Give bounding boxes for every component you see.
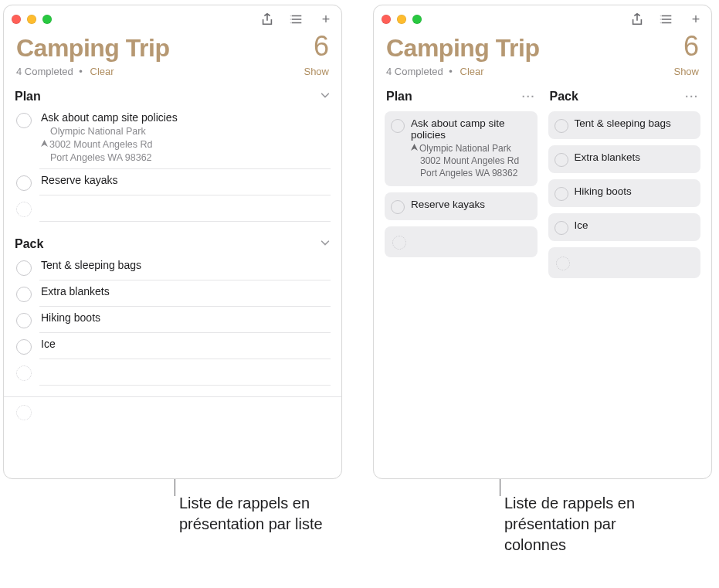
complete-toggle-icon[interactable] [16, 339, 32, 355]
minimize-window-button[interactable] [397, 15, 406, 24]
column-header-pack[interactable]: Pack ··· [548, 87, 701, 105]
add-reminder-icon[interactable] [16, 365, 32, 381]
column-header-plan[interactable]: Plan ··· [385, 87, 538, 105]
column-plan: Plan ··· Ask about camp site policies Ol… [385, 87, 538, 278]
section-name: Plan [15, 90, 41, 104]
reminder-subtext: Olympic National Park 3002 Mount Angeles… [41, 125, 178, 165]
window-controls [12, 15, 52, 24]
reminder-title: Extra blankets [41, 285, 110, 297]
callout-left: Liste de rappels en présentation par lis… [179, 493, 334, 535]
dot-separator: • [449, 66, 453, 77]
reminder-card[interactable]: Tent & sleeping bags [548, 111, 701, 139]
section-header-plan[interactable]: Plan [4, 83, 341, 107]
reminder-row[interactable]: Tent & sleeping bags [4, 254, 341, 280]
chevron-down-icon[interactable] [320, 237, 331, 251]
add-reminder-icon[interactable]: + [318, 12, 334, 27]
add-reminder-card[interactable] [385, 226, 538, 257]
reminder-row[interactable]: Hiking boots [4, 307, 341, 333]
reminders-column-view-window: + Camping Trip 6 4 Completed • Clear Sho… [373, 5, 712, 479]
close-window-button[interactable] [382, 15, 391, 24]
column-name: Pack [550, 90, 578, 104]
show-completed-link[interactable]: Show [304, 66, 329, 77]
callout-line [500, 479, 500, 496]
completed-row: 4 Completed • Clear Show [374, 63, 711, 83]
add-section-row[interactable] [4, 397, 341, 427]
list-header: Camping Trip 6 [4, 29, 341, 63]
reminder-row[interactable]: Reserve kayaks [4, 169, 341, 195]
complete-toggle-icon[interactable] [555, 153, 568, 167]
show-completed-link[interactable]: Show [673, 66, 699, 77]
view-options-icon[interactable] [659, 12, 674, 27]
share-icon[interactable] [629, 12, 645, 27]
add-reminder-card[interactable] [548, 247, 701, 278]
column-pack: Pack ··· Tent & sleeping bags Extra blan… [548, 87, 701, 278]
reminder-card[interactable]: Ask about camp site policies Olympic Nat… [385, 111, 538, 186]
reminder-title: Reserve kayaks [411, 199, 485, 210]
chevron-down-icon[interactable] [320, 90, 331, 104]
reminder-card[interactable]: Hiking boots [548, 179, 701, 207]
complete-toggle-icon[interactable] [16, 175, 32, 191]
reminder-card[interactable]: Reserve kayaks [385, 192, 538, 220]
reminder-subtext: Olympic National Park 3002 Mount Angeles… [411, 142, 530, 180]
minimize-window-button[interactable] [27, 15, 36, 24]
completed-count: 4 Completed [16, 66, 73, 77]
reminder-row[interactable]: Extra blankets [4, 280, 341, 307]
complete-toggle-icon[interactable] [16, 113, 32, 128]
reminder-row[interactable]: Ask about camp site policies Olympic Nat… [4, 107, 341, 169]
complete-toggle-icon[interactable] [555, 119, 568, 133]
reminder-card[interactable]: Extra blankets [548, 145, 701, 173]
toolbar: + [629, 12, 704, 27]
complete-toggle-icon[interactable] [391, 119, 405, 133]
reminder-title: Hiking boots [41, 311, 100, 324]
add-reminder-icon[interactable] [16, 405, 32, 420]
reminder-title: Ice [41, 338, 56, 350]
view-options-icon[interactable] [289, 12, 304, 27]
add-reminder-icon[interactable] [16, 202, 32, 217]
add-reminder-row[interactable] [4, 195, 341, 222]
columns-area: Plan ··· Ask about camp site policies Ol… [374, 83, 711, 278]
share-icon[interactable] [259, 12, 275, 27]
column-more-icon[interactable]: ··· [522, 90, 536, 103]
add-reminder-row[interactable] [4, 359, 341, 386]
section-name: Pack [15, 237, 43, 251]
titlebar: + [4, 5, 341, 29]
column-name: Plan [386, 90, 412, 104]
location-icon [41, 138, 48, 151]
toolbar: + [259, 12, 334, 27]
complete-toggle-icon[interactable] [16, 313, 32, 328]
reminder-title: Reserve kayaks [41, 174, 118, 186]
location-icon [411, 141, 418, 154]
list-count: 6 [314, 30, 329, 63]
zoom-window-button[interactable] [42, 15, 52, 24]
list-count: 6 [683, 30, 699, 63]
add-reminder-icon[interactable]: + [688, 12, 704, 27]
list-header: Camping Trip 6 [374, 29, 711, 63]
add-reminder-icon[interactable] [392, 236, 406, 250]
clear-completed-link[interactable]: Clear [460, 66, 484, 77]
completed-count: 4 Completed [386, 66, 443, 77]
list-title: Camping Trip [386, 34, 539, 63]
complete-toggle-icon[interactable] [555, 187, 568, 201]
add-reminder-icon[interactable] [556, 257, 570, 270]
callout-line [175, 479, 175, 496]
reminder-title: Ice [575, 219, 588, 231]
list-title: Camping Trip [16, 34, 169, 63]
section-header-pack[interactable]: Pack [4, 231, 341, 254]
window-controls [382, 15, 422, 24]
zoom-window-button[interactable] [412, 15, 422, 24]
complete-toggle-icon[interactable] [16, 260, 32, 276]
clear-completed-link[interactable]: Clear [90, 66, 114, 77]
reminder-card[interactable]: Ice [548, 213, 701, 241]
close-window-button[interactable] [12, 15, 21, 24]
titlebar: + [374, 5, 711, 29]
callout-right: Liste de rappels en présentation par col… [504, 493, 674, 556]
dot-separator: • [79, 66, 83, 77]
column-more-icon[interactable]: ··· [685, 90, 699, 103]
complete-toggle-icon[interactable] [16, 287, 32, 302]
complete-toggle-icon[interactable] [391, 200, 405, 214]
reminder-title: Ask about camp site policies [411, 117, 530, 141]
reminders-list-view-window: + Camping Trip 6 4 Completed • Clear Sho… [3, 5, 342, 479]
reminder-title: Ask about camp site policies [41, 111, 178, 124]
complete-toggle-icon[interactable] [555, 221, 568, 235]
reminder-row[interactable]: Ice [4, 333, 341, 359]
